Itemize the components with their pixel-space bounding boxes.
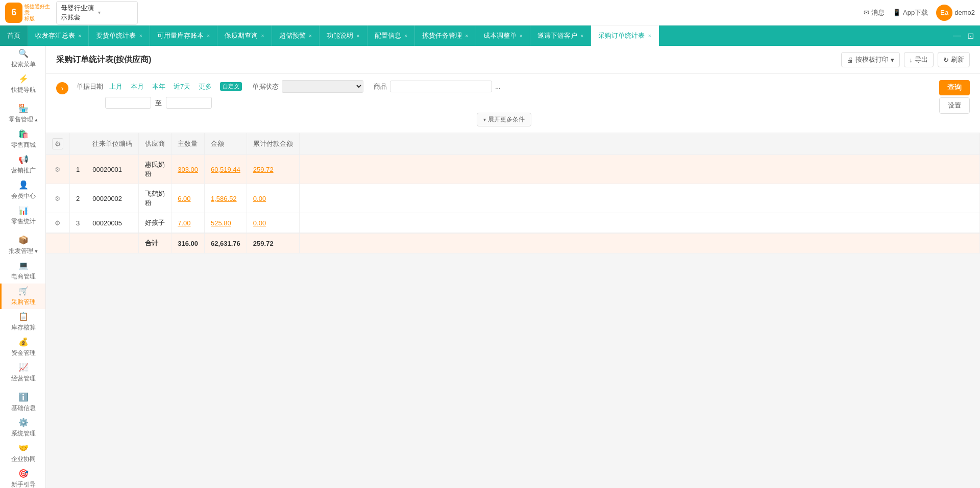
message-button[interactable]: ✉ 消息 — [864, 8, 885, 17]
tab-purchase-stats[interactable]: 采购订单统计表 × — [591, 25, 658, 46]
tab-function-desc[interactable]: 功能说明 × — [320, 25, 367, 46]
row-settings[interactable]: ⚙ — [46, 213, 70, 234]
sidebar-item-system[interactable]: ⚙️ 系统管理 — [0, 415, 45, 441]
sidebar-item-marketing[interactable]: 📢 营销推广 — [0, 152, 45, 177]
date-from-input[interactable]: 2016-01-01 — [105, 97, 151, 109]
logo-text: 畅捷通好生意 标版 — [24, 4, 51, 22]
close-icon[interactable]: × — [404, 33, 407, 39]
tab-cost-adjust[interactable]: 成本调整单 × — [476, 25, 530, 46]
settings-button[interactable]: 设置 — [939, 97, 970, 114]
user-menu[interactable]: Ea demo2 — [936, 5, 975, 21]
sidebar-item-member[interactable]: 👤 会员中心 — [0, 177, 45, 203]
filter-toggle[interactable]: › — [56, 82, 68, 94]
status-filter: 单据状态 — [252, 80, 363, 93]
refresh-icon: ↻ — [943, 56, 949, 64]
row-supplier: 惠氏奶粉 — [139, 155, 172, 184]
row-amount: 525.80 — [205, 213, 247, 234]
close-icon[interactable]: × — [261, 33, 264, 39]
product-input[interactable] — [390, 81, 492, 92]
date-last-month[interactable]: 上月 — [106, 81, 126, 92]
marketing-icon: 📢 — [18, 155, 29, 164]
tab-receive-summary[interactable]: 收发存汇总表 × — [28, 25, 89, 46]
sidebar: 🔍 搜索菜单 ⚡ 快捷导航 🏪 零售管理 ▲ 🛍️ 零售商城 📢 营销推广 👤 … — [0, 46, 46, 488]
status-select[interactable] — [282, 80, 363, 93]
sidebar-item-finance[interactable]: 💰 资金管理 — [0, 335, 45, 360]
maximize-icon[interactable]: ⊡ — [965, 29, 976, 43]
finance-icon: 💰 — [18, 337, 29, 347]
row-paid-amount: 259.72 — [247, 155, 299, 184]
refresh-button[interactable]: ↻ 刷新 — [938, 52, 970, 67]
col-paid-amount-header: 累计付款金额 — [247, 133, 299, 155]
sidebar-item-collab[interactable]: 🤝 企业协同 — [0, 441, 45, 466]
date-to-input[interactable]: 2023-12-31 — [166, 97, 212, 109]
row-main-qty: 303.00 — [172, 155, 205, 184]
gear-icon: ⚙️ — [18, 418, 29, 427]
export-button[interactable]: ↓ 导出 — [904, 52, 934, 67]
date-more[interactable]: 更多 — [195, 81, 215, 92]
row-settings[interactable]: ⚙ — [46, 184, 70, 213]
close-icon[interactable]: × — [207, 33, 210, 39]
sidebar-item-quick-nav[interactable]: ⚡ 快捷导航 — [0, 71, 45, 97]
row-settings[interactable]: ⚙ — [46, 155, 70, 184]
row-index: 1 — [70, 155, 86, 184]
app-download-button[interactable]: 📱 App下载 — [893, 8, 928, 17]
sidebar-item-inventory[interactable]: 📋 库存核算 — [0, 309, 45, 335]
sidebar-item-purchase[interactable]: 🛒 采购管理 — [0, 284, 45, 309]
more-options-button[interactable]: ... — [495, 83, 500, 90]
tab-available-stock[interactable]: 可用量库存账本 × — [150, 25, 217, 46]
lightning-icon: ⚡ — [18, 74, 29, 84]
avatar: Ea — [936, 5, 952, 21]
tab-order-stats[interactable]: 要货单统计表 × — [89, 25, 150, 46]
print-icon: 🖨 — [847, 56, 853, 64]
template-print-button[interactable]: 🖨 按模板打印 ▾ — [841, 52, 900, 67]
sidebar-item-retail-mall[interactable]: 🛍️ 零售商城 — [0, 126, 45, 152]
footer-label: 合计 — [139, 233, 172, 253]
close-icon[interactable]: × — [78, 33, 81, 39]
col-main-qty-header: 主数量 — [172, 133, 205, 155]
close-icon[interactable]: × — [648, 33, 651, 39]
close-icon[interactable]: × — [139, 33, 142, 39]
sidebar-item-ecommerce[interactable]: 💻 电商管理 — [0, 258, 45, 284]
chart-icon: 📈 — [18, 363, 29, 372]
sidebar-item-operations[interactable]: 📈 经营管理 — [0, 360, 45, 386]
tab-config[interactable]: 配置信息 × — [368, 25, 415, 46]
footer-amount: 62,631.76 — [205, 233, 247, 253]
tab-home[interactable]: 首页 — [0, 25, 28, 46]
date-this-month[interactable]: 本月 — [128, 81, 147, 92]
tab-overstock[interactable]: 超储预警 × — [272, 25, 320, 46]
row-main-qty: 7.00 — [172, 213, 205, 234]
chevron-down-icon: ▼ — [34, 249, 39, 254]
col-index-header — [70, 133, 86, 155]
close-icon[interactable]: × — [465, 33, 468, 39]
tab-expiry[interactable]: 保质期查询 × — [217, 25, 272, 46]
table-row: ⚙ 1 00020001 惠氏奶粉 303.00 60,519.44 259.7… — [46, 155, 980, 184]
close-icon[interactable]: × — [309, 33, 312, 39]
sidebar-item-wholesale[interactable]: 📦 批发管理 ▼ — [0, 233, 45, 258]
table-container: ⚙ 往来单位编码 供应商 主数量 金额 累计付款金额 ⚙ 1 00020001 … — [46, 133, 980, 253]
sidebar-item-search[interactable]: 🔍 搜索菜单 — [0, 46, 45, 71]
sidebar-item-guide[interactable]: 🎯 新手引导 — [0, 466, 45, 488]
close-icon[interactable]: × — [356, 33, 359, 39]
expand-more-row: ▾ 展开更多条件 — [77, 113, 931, 126]
column-settings-icon[interactable]: ⚙ — [52, 138, 63, 149]
tab-invite-customer[interactable]: 邀请下游客户 × — [530, 25, 591, 46]
sidebar-item-basic-info[interactable]: ℹ️ 基础信息 — [0, 390, 45, 415]
page-title: 采购订单统计表(按供应商) — [56, 55, 152, 65]
export-icon: ↓ — [910, 56, 913, 64]
date-shortcuts: 上月 本月 本年 近7天 更多 — [106, 81, 215, 92]
close-icon[interactable]: × — [580, 33, 583, 39]
row-amount: 1,586.52 — [205, 184, 247, 213]
query-button[interactable]: 查询 — [939, 80, 970, 95]
sidebar-item-retail-stats[interactable]: 📊 零售统计 — [0, 203, 45, 228]
expand-more-button[interactable]: ▾ 展开更多条件 — [477, 113, 531, 126]
close-icon[interactable]: × — [520, 33, 523, 39]
top-bar: 6 畅捷通好生意 标版 母婴行业演示账套 ▾ ✉ 消息 📱 App下载 Ea d… — [0, 0, 980, 25]
date-this-year[interactable]: 本年 — [149, 81, 168, 92]
page-content: 采购订单统计表(按供应商) 🖨 按模板打印 ▾ ↓ 导出 ↻ 刷新 — [46, 46, 980, 488]
sidebar-item-retail-mgmt[interactable]: 🏪 零售管理 ▲ — [0, 101, 45, 126]
date-7days[interactable]: 近7天 — [170, 81, 193, 92]
minimize-icon[interactable]: — — [951, 29, 963, 42]
store-icon: 🏪 — [18, 104, 29, 113]
tab-pick-task[interactable]: 拣货任务管理 × — [415, 25, 476, 46]
workspace-selector[interactable]: 母婴行业演示账套 ▾ — [56, 1, 138, 24]
